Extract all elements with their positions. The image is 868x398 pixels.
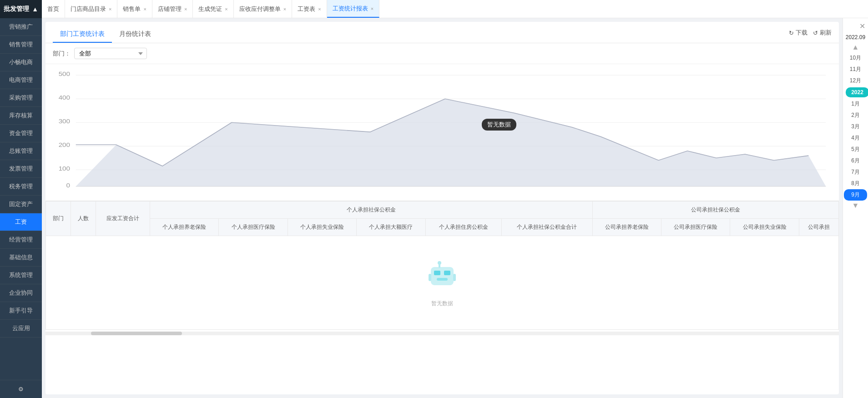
tab-close-icon[interactable]: × <box>371 6 373 11</box>
download-icon: ↻ <box>789 30 794 36</box>
tab-工资表[interactable]: 工资表× <box>292 0 327 18</box>
table-empty-row: 暂无数据 <box>46 236 839 330</box>
th-company-medical: 公司承担医疗保险 <box>661 219 730 236</box>
svg-rect-17 <box>429 274 431 281</box>
month-item[interactable]: 4月 <box>844 132 867 144</box>
content-area: 部门工资统计表 月份统计表 ↻ 下载 ↺ 刷新 <box>42 18 868 398</box>
tab-label: 工资表 <box>298 5 315 13</box>
tab-month-stats[interactable]: 月份统计表 <box>112 26 158 43</box>
tab-close-icon[interactable]: × <box>143 6 146 12</box>
tab-首页[interactable]: 首页 <box>42 0 65 18</box>
svg-rect-16 <box>437 278 448 281</box>
sub-tabs-left: 部门工资统计表 月份统计表 <box>53 26 158 43</box>
tab-close-icon[interactable]: × <box>109 6 111 12</box>
th-personal-total: 个人承担社保公积金合计 <box>502 219 593 236</box>
tab-label: 工资统计报表 <box>333 5 368 13</box>
nav-up-arrow[interactable]: ▲ <box>851 42 860 52</box>
sidebar-item-小畅电商[interactable]: 小畅电商 <box>0 54 42 71</box>
sidebar: 批发管理 ▲ 营销推广销售管理小畅电商电商管理采购管理库存核算资金管理总账管理发… <box>0 0 42 398</box>
settings-icon: ⚙ <box>18 386 24 393</box>
year-display: 2022.09 <box>846 34 865 40</box>
sub-tabs: 部门工资统计表 月份统计表 ↻ 下载 ↺ 刷新 <box>45 22 839 43</box>
dept-label: 部门： <box>53 50 71 58</box>
tab-dept-salary[interactable]: 部门工资统计表 <box>53 26 112 43</box>
sidebar-item-云应用[interactable]: 云应用 <box>0 320 42 338</box>
refresh-button[interactable]: ↺ 刷新 <box>813 29 832 37</box>
month-item[interactable]: 9月 <box>844 189 867 201</box>
sidebar-item-固定资产[interactable]: 固定资产 <box>0 196 42 213</box>
sidebar-item-企业协同[interactable]: 企业协同 <box>0 284 42 302</box>
data-table: 部门 人数 应发工资合计 个人承担社保公积金 公司承担社保公积金 个人承担养老保… <box>45 201 839 330</box>
svg-rect-13 <box>431 267 454 285</box>
download-button[interactable]: ↻ 下载 <box>789 29 807 37</box>
tab-工资统计报表[interactable]: 工资统计报表× <box>327 0 379 18</box>
sidebar-item-电商管理[interactable]: 电商管理 <box>0 71 42 89</box>
month-item[interactable]: 5月 <box>844 144 867 155</box>
sidebar-item-总账管理[interactable]: 总账管理 <box>0 142 42 160</box>
chart-tooltip: 暂无数据 <box>482 119 516 131</box>
th-personal-medical: 个人承担医疗保险 <box>219 219 288 236</box>
th-personal-social: 个人承担社保公积金 <box>150 202 593 219</box>
year-item[interactable]: 2022 <box>846 87 868 97</box>
sidebar-settings[interactable]: ⚙ <box>0 380 42 398</box>
th-count: 人数 <box>71 202 96 236</box>
month-item[interactable]: 8月 <box>844 178 867 189</box>
dept-select[interactable]: 全部 部门A 部门B <box>74 48 147 59</box>
sidebar-item-基础信息[interactable]: 基础信息 <box>0 249 42 267</box>
table-area[interactable]: 部门 人数 应发工资合计 个人承担社保公积金 公司承担社保公积金 个人承担养老保… <box>45 201 839 394</box>
th-personal-large-medical: 个人承担大额医疗 <box>357 219 425 236</box>
month-item[interactable]: 6月 <box>844 155 867 166</box>
sidebar-collapse-icon[interactable]: ▲ <box>32 5 38 13</box>
th-personal-housing: 个人承担住房公积金 <box>425 219 501 236</box>
th-company-other: 公司承担 <box>799 219 838 236</box>
svg-text:200: 200 <box>59 142 71 148</box>
tab-label: 应收应付调整单 <box>239 5 281 13</box>
svg-rect-14 <box>434 271 440 275</box>
svg-text:500: 500 <box>59 71 71 77</box>
tab-店铺管理[interactable]: 店铺管理× <box>152 0 193 18</box>
sidebar-item-销售管理[interactable]: 销售管理 <box>0 36 42 54</box>
table-header-row-1: 部门 人数 应发工资合计 个人承担社保公积金 公司承担社保公积金 <box>46 202 839 219</box>
th-personal-pension: 个人承担养老保险 <box>150 219 219 236</box>
tab-close-icon[interactable]: × <box>318 6 321 12</box>
sidebar-header[interactable]: 批发管理 ▲ <box>0 0 42 18</box>
month-item[interactable]: 11月 <box>844 64 867 75</box>
svg-text:300: 300 <box>59 118 71 125</box>
sidebar-item-经营管理[interactable]: 经营管理 <box>0 231 42 249</box>
tab-门店商品目录[interactable]: 门店商品目录× <box>65 0 117 18</box>
horizontal-scrollbar[interactable] <box>45 332 839 335</box>
sidebar-item-新手引导[interactable]: 新手引导 <box>0 302 42 320</box>
tab-应收应付调整单[interactable]: 应收应付调整单× <box>234 0 292 18</box>
sidebar-item-营销推广[interactable]: 营销推广 <box>0 18 42 36</box>
toolbar: 部门： 全部 部门A 部门B <box>45 43 839 64</box>
month-item[interactable]: 12月 <box>844 75 867 86</box>
sidebar-item-采购管理[interactable]: 采购管理 <box>0 89 42 107</box>
sidebar-item-库存核算[interactable]: 库存核算 <box>0 107 42 125</box>
nav-down-arrow[interactable]: ▼ <box>851 201 860 211</box>
refresh-icon: ↺ <box>813 30 818 36</box>
tab-生成凭证[interactable]: 生成凭证× <box>193 0 233 18</box>
month-item[interactable]: 10月 <box>844 52 867 64</box>
empty-icon <box>424 258 460 294</box>
th-company-pension: 公司承担养老保险 <box>592 219 661 236</box>
month-item[interactable]: 3月 <box>844 121 867 132</box>
empty-text: 暂无数据 <box>431 300 453 307</box>
date-sidebar-close[interactable]: ✕ <box>859 22 868 30</box>
sidebar-item-工资[interactable]: 工资 <box>0 213 42 231</box>
page-content: 部门工资统计表 月份统计表 ↻ 下载 ↺ 刷新 <box>45 22 839 394</box>
month-item[interactable]: 7月 <box>844 166 867 178</box>
tab-label: 首页 <box>47 5 59 13</box>
sidebar-item-资金管理[interactable]: 资金管理 <box>0 125 42 142</box>
sidebar-item-发票管理[interactable]: 发票管理 <box>0 160 42 178</box>
month-item[interactable]: 1月 <box>844 98 867 110</box>
tab-label: 生成凭证 <box>198 5 222 13</box>
month-item[interactable]: 2月 <box>844 110 867 121</box>
sidebar-item-税务管理[interactable]: 税务管理 <box>0 178 42 196</box>
sidebar-item-系统管理[interactable]: 系统管理 <box>0 267 42 284</box>
scrollbar-thumb[interactable] <box>91 332 182 335</box>
tab-close-icon[interactable]: × <box>283 6 286 12</box>
tab-close-icon[interactable]: × <box>184 6 187 12</box>
tab-close-icon[interactable]: × <box>225 6 227 12</box>
tab-label: 店铺管理 <box>158 5 182 13</box>
tab-销售单[interactable]: 销售单× <box>117 0 152 18</box>
